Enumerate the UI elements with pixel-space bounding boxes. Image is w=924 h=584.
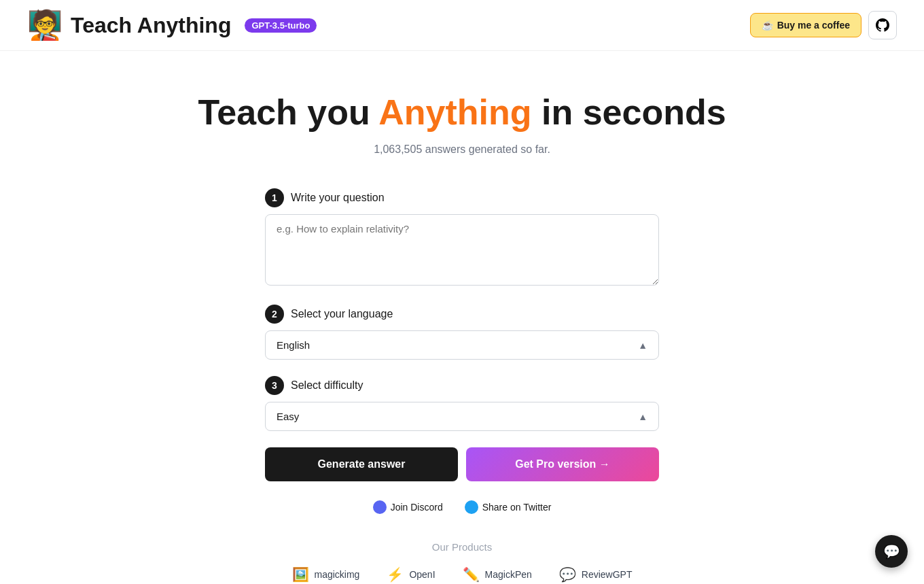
magickimg-label: magickimg <box>315 569 360 580</box>
hero-title: Teach you Anything in seconds <box>198 92 726 133</box>
reviewgpt-label: ReviewGPT <box>582 569 633 580</box>
language-select[interactable]: English ▲ <box>265 330 659 360</box>
twitter-label: Share on Twitter <box>482 502 552 513</box>
hero-title-highlight: Anything <box>378 92 531 132</box>
twitter-link[interactable]: Share on Twitter <box>465 500 552 514</box>
generate-button[interactable]: Generate answer <box>265 447 458 481</box>
magickpen-label: MagickPen <box>485 569 532 580</box>
step2-label: 2 Select your language <box>265 305 659 324</box>
step2: 2 Select your language English ▲ <box>265 305 659 360</box>
buy-coffee-button[interactable]: ☕ Buy me a coffee <box>750 13 861 37</box>
social-links: Join Discord Share on Twitter <box>265 500 659 514</box>
form-container: 1 Write your question 2 Select your lang… <box>265 188 659 583</box>
gpt-badge: GPT-3.5-turbo <box>245 18 317 33</box>
difficulty-select-wrapper: Easy ▲ <box>265 402 659 431</box>
openl-emoji: ⚡ <box>387 566 404 583</box>
step1-label: 1 Write your question <box>265 188 659 207</box>
product-openl[interactable]: ⚡ OpenI <box>387 566 435 583</box>
our-products-label: Our Products <box>265 541 659 553</box>
reviewgpt-emoji: 💬 <box>559 566 576 583</box>
product-magickimg[interactable]: 🖼️ magickimg <box>292 566 360 583</box>
twitter-icon <box>465 500 478 514</box>
logo-emoji: 🧑‍🏫 <box>27 11 63 39</box>
chat-bubble[interactable]: 💬 <box>875 535 908 568</box>
hero-title-part1: Teach you <box>198 92 378 132</box>
step2-number: 2 <box>265 305 284 324</box>
chevron-up-icon: ▲ <box>638 340 647 351</box>
step1-number: 1 <box>265 188 284 207</box>
github-icon <box>876 18 889 32</box>
step1-text: Write your question <box>291 192 385 204</box>
buttons-row: Generate answer Get Pro version → <box>265 447 659 481</box>
language-select-wrapper: English ▲ <box>265 330 659 360</box>
discord-icon <box>373 500 387 514</box>
discord-label: Join Discord <box>391 502 443 513</box>
step3-label: 3 Select difficulty <box>265 376 659 395</box>
difficulty-select[interactable]: Easy ▲ <box>265 402 659 431</box>
question-input[interactable] <box>265 214 659 286</box>
step2-text: Select your language <box>291 308 393 320</box>
step3-number: 3 <box>265 376 284 395</box>
product-reviewgpt[interactable]: 💬 ReviewGPT <box>559 566 633 583</box>
step3-text: Select difficulty <box>291 379 363 392</box>
header-left: 🧑‍🏫 Teach Anything GPT-3.5-turbo <box>27 11 317 39</box>
pro-version-button[interactable]: Get Pro version → <box>466 447 659 481</box>
magickimg-emoji: 🖼️ <box>292 566 309 583</box>
product-magickpen[interactable]: ✏️ MagickPen <box>463 566 532 583</box>
language-value: English <box>277 339 310 351</box>
subtitle: 1,063,505 answers generated so far. <box>374 143 550 156</box>
chat-bubble-icon: 💬 <box>883 543 900 560</box>
products-row: 🖼️ magickimg ⚡ OpenI ✏️ MagickPen 💬 Revi… <box>265 566 659 583</box>
header-right: ☕ Buy me a coffee <box>750 11 897 39</box>
header: 🧑‍🏫 Teach Anything GPT-3.5-turbo ☕ Buy m… <box>0 0 924 51</box>
difficulty-value: Easy <box>277 411 299 422</box>
step1: 1 Write your question <box>265 188 659 288</box>
step3: 3 Select difficulty Easy ▲ <box>265 376 659 431</box>
hero-title-part2: in seconds <box>532 92 726 132</box>
chevron-up-icon-2: ▲ <box>638 411 647 422</box>
app-title: Teach Anything <box>71 13 231 38</box>
openl-label: OpenI <box>409 569 435 580</box>
magickpen-emoji: ✏️ <box>463 566 480 583</box>
discord-link[interactable]: Join Discord <box>373 500 443 514</box>
main-content: Teach you Anything in seconds 1,063,505 … <box>0 51 924 584</box>
github-button[interactable] <box>868 11 897 39</box>
